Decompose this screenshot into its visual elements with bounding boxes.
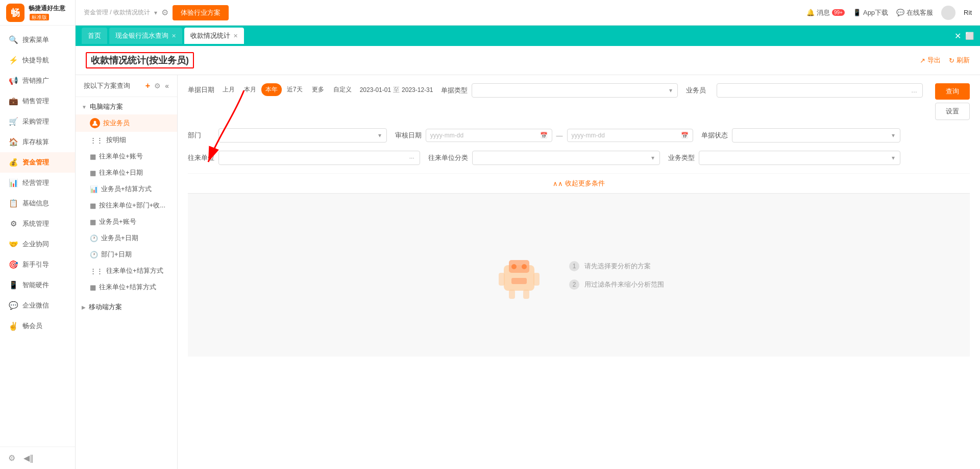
date-tab-custom[interactable]: 自定义 [329,83,356,96]
sidebar-bottom: ⚙ ◀‖ [0,447,75,469]
member-icon: ✌ [8,321,18,331]
sidebar-item-label: 采购管理 [22,117,49,126]
sidebar-item-label: 搜索菜单 [22,35,49,44]
finance-icon: 💰 [8,157,18,168]
maximize-window-icon[interactable]: ⬜ [965,32,974,40]
sidebar-item-enterprise-wechat[interactable]: 💬 企业微信 [0,295,75,316]
salesperson-date-icon: 🕐 [90,235,98,242]
step-1-text: 请先选择要分析的方案 [584,262,651,271]
date-tab-last-month[interactable]: 上月 [218,83,239,96]
scheme-item-label: 部门+日期 [101,250,132,259]
dept-select[interactable]: ▾ [218,128,387,143]
header-breadcrumb: 资金管理 / 收款情况统计 [84,8,150,17]
header-dropdown-icon[interactable]: ▾ [154,9,157,16]
refresh-button[interactable]: ↻ 刷新 [949,56,970,65]
sidebar-collapse-icon[interactable]: ◀‖ [23,453,34,463]
settings-button[interactable]: 设置 [935,103,970,120]
sidebar-item-label: 新手引导 [22,260,49,269]
unit-date-icon: ▦ [90,169,96,177]
review-date-to[interactable]: yyyy-mm-dd 📅 [567,129,694,142]
tab-bank-flow-close[interactable]: ✕ [172,33,176,39]
sidebar-item-operation[interactable]: 📊 经营管理 [0,173,75,193]
scheme-item-salesperson-date[interactable]: 🕐 业务员+日期 [76,230,177,246]
scheme-item-label: 按往来单位+部门+收... [99,201,165,210]
voucher-type-select[interactable]: ▾ [472,83,678,98]
scheme-item-by-detail[interactable]: ⋮⋮ 按明细 [76,132,177,148]
scheme-item-dept-date[interactable]: 🕐 部门+日期 [76,246,177,263]
review-date-from[interactable]: yyyy-mm-dd 📅 [426,129,552,142]
operation-icon: 📊 [8,178,18,188]
scheme-item-unit-settlement1[interactable]: ⋮⋮ 往来单位+结算方式 [76,263,177,279]
sidebar-item-purchase[interactable]: 🛒 采购管理 [0,111,75,132]
scheme-collapse-button[interactable]: « [165,82,169,90]
status-select[interactable]: ▾ [732,128,900,143]
tab-collection-stats[interactable]: 收款情况统计 ✕ [184,28,244,44]
sidebar-item-inventory[interactable]: 🏠 库存核算 [0,132,75,152]
salesperson-select[interactable]: … [717,83,923,98]
voucher-type-label: 单据类型 [441,86,468,95]
scheme-item-salesperson-account[interactable]: ▦ 业务员+账号 [76,214,177,230]
scheme-item-salesperson-settlement[interactable]: 📊 业务员+结算方式 [76,181,177,197]
header-settings-icon[interactable]: ⚙ [161,8,168,17]
svg-point-3 [511,264,517,269]
export-button[interactable]: ↗ 导出 [920,56,941,65]
notification-badge: 99+ [832,9,845,16]
date-tab-more[interactable]: 更多 [308,83,328,96]
unit-select[interactable]: ··· [218,151,420,165]
scheme-item-unit-date[interactable]: ▦ 往来单位+日期 [76,165,177,181]
sidebar-tag: 标准版 [30,14,49,20]
sidebar-item-member[interactable]: ✌ 畅会员 [0,316,75,336]
tab-bank-flow[interactable]: 现金银行流水查询 ✕ [109,28,182,44]
sidebar-menu: 🔍 搜索菜单 ⚡ 快捷导航 📢 营销推广 💼 销售管理 🛒 采购管理 🏠 库存核… [0,26,75,447]
online-service-item[interactable]: 💬 在线客服 [896,8,933,17]
scheme-item-unit-settlement2[interactable]: ▦ 往来单位+结算方式 [76,279,177,295]
trial-button[interactable]: 体验行业方案 [173,5,229,20]
close-window-icon[interactable]: ✕ [954,31,961,41]
sidebar-item-marketing[interactable]: 📢 营销推广 [0,71,75,91]
dept-date-icon: 🕐 [90,251,98,259]
sidebar-item-finance[interactable]: 💰 资金管理 [0,152,75,173]
scheme-item-unit-dept[interactable]: ▦ 按往来单位+部门+收... [76,197,177,214]
tab-collection-stats-close[interactable]: ✕ [233,33,238,39]
logo-text: 畅捷通好生意 标准版 [29,4,65,21]
robot-illustration [494,250,545,301]
scheme-add-button[interactable]: + [145,81,150,90]
query-button[interactable]: 查询 [935,83,970,100]
date-tab-7days[interactable]: 近7天 [283,83,307,96]
sidebar-item-system[interactable]: ⚙ 系统管理 [0,214,75,234]
calendar-icon-from: 📅 [540,132,548,139]
sidebar-item-sales[interactable]: 💼 销售管理 [0,91,75,111]
scheme-group-mobile-title[interactable]: ▶ 移动端方案 [76,299,177,315]
user-avatar[interactable] [941,6,955,20]
scheme-settings-button[interactable]: ⚙ [154,82,161,90]
collapse-bar[interactable]: ∧∧ 收起更多条件 [188,173,970,193]
sidebar-item-guide[interactable]: 🎯 新手引导 [0,254,75,275]
scheme-group-desktop: ▼ 电脑端方案 按业务员 ⋮⋮ 按明细 ▦ 往来单位+账号 [76,97,177,297]
scheme-item-by-salesperson[interactable]: 按业务员 [76,114,177,132]
sidebar-item-search-menu[interactable]: 🔍 搜索菜单 [0,30,75,50]
biz-type-select[interactable]: ▾ [699,151,900,165]
date-from-value: 2023-01-01 [360,86,391,93]
salesperson-arrow: … [911,87,917,94]
filter-biz-type: 业务类型 ▾ [668,151,900,165]
date-tab-this-year[interactable]: 本年 [261,83,282,96]
salesperson-account-icon: ▦ [90,218,96,226]
sidebar-item-quick-nav[interactable]: ⚡ 快捷导航 [0,50,75,71]
step-num-1: 1 [569,261,579,271]
sidebar-item-basic-info[interactable]: 📋 基础信息 [0,193,75,214]
sidebar-item-enterprise[interactable]: 🤝 企业协同 [0,234,75,254]
dept-label: 部门 [188,131,214,140]
sidebar-settings-icon[interactable]: ⚙ [8,453,15,463]
quick-nav-icon: ⚡ [8,55,18,65]
date-tab-this-month[interactable]: 本月 [240,83,260,96]
scheme-group-desktop-title[interactable]: ▼ 电脑端方案 [76,99,177,114]
sidebar-item-label: 基础信息 [22,199,49,208]
scheme-item-unit-account[interactable]: ▦ 往来单位+账号 [76,148,177,165]
settlement-icon: 📊 [90,185,98,193]
unit-category-select[interactable]: ▾ [472,151,660,165]
filter-status: 单据状态 ▾ [701,128,900,143]
sidebar-item-smart-hw[interactable]: 📱 智能硬件 [0,275,75,295]
tab-home[interactable]: 首页 [82,28,107,44]
app-download-item[interactable]: 📱 App下载 [853,8,888,17]
notification-item[interactable]: 🔔 消息 99+ [806,8,845,17]
